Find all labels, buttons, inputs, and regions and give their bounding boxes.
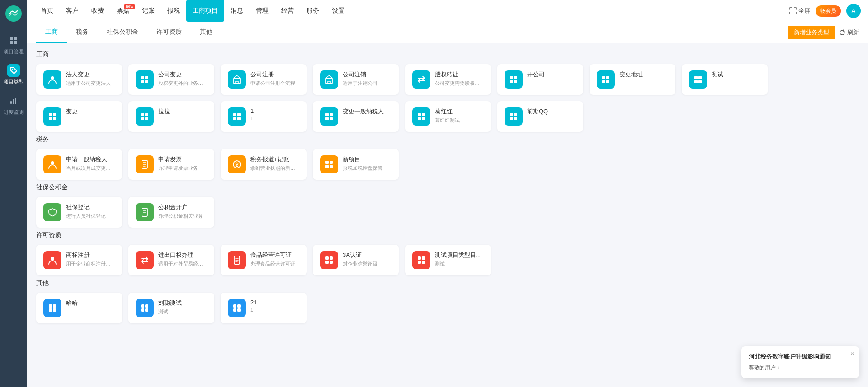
sidebar-item-project-manage[interactable]: 项目管理 — [0, 29, 27, 60]
section-title-other: 其他 — [36, 279, 859, 287]
card-import-export[interactable]: 进出口权办理 适用于对外贸易经营者 — [128, 245, 214, 275]
grid13-icon — [412, 251, 430, 269]
card-text: 葛红红 葛红红测试 — [435, 107, 484, 124]
notification-close-btn[interactable]: × — [850, 350, 854, 358]
card-test-project-type[interactable]: 测试项目类型目定义 测试 — [405, 245, 491, 275]
svg-rect-11 — [145, 76, 148, 79]
nav-bookkeeping[interactable]: 记账 — [136, 0, 161, 22]
grid6-icon — [136, 107, 154, 126]
vip-btn[interactable]: 畅会员 — [816, 5, 841, 17]
svg-rect-32 — [141, 113, 144, 116]
svg-rect-24 — [694, 76, 698, 79]
card-apply-taxpayer[interactable]: 申请一般纳税人 当月或次月成变更完成 — [36, 149, 122, 180]
nav-operation[interactable]: 经营 — [275, 0, 300, 22]
svg-rect-38 — [233, 117, 236, 120]
svg-point-60 — [51, 257, 54, 261]
nav-tax[interactable]: 报税 — [161, 0, 186, 22]
card-text: 公积金开户 办理公积金相关业务 — [158, 203, 207, 219]
card-text: 公司注销 适用于注销公司 — [343, 70, 392, 87]
avatar[interactable]: A — [846, 4, 861, 18]
nav-manage[interactable]: 管理 — [250, 0, 275, 22]
card-apply-invoice[interactable]: 申请发票 办理申请发票业务 — [128, 149, 214, 180]
card-trademark[interactable]: 商标注册 用于企业商标注册服务 — [36, 245, 122, 275]
card-text: 1 1 — [250, 107, 299, 121]
sidebar-item-project-type[interactable]: 项目类型 — [0, 60, 27, 90]
svg-rect-30 — [49, 117, 52, 120]
refresh-button[interactable]: 刷新 — [839, 28, 859, 37]
card-text: 新项目 报税加税控盘保管 — [343, 155, 392, 172]
card-1[interactable]: 1 1 — [221, 101, 307, 132]
nav-message[interactable]: 消息 — [224, 0, 250, 22]
svg-rect-68 — [418, 261, 421, 264]
sidebar-item-progress[interactable]: 进度监测 — [0, 90, 27, 120]
new-type-button[interactable]: 新增业务类型 — [788, 26, 835, 39]
card-food-license[interactable]: 食品经营许可证 办理食品经营许可证 — [221, 245, 307, 275]
tab-other[interactable]: 其他 — [191, 22, 222, 43]
tab-social[interactable]: 社保公积金 — [98, 22, 147, 43]
svg-rect-36 — [233, 113, 236, 116]
grid9-icon — [412, 107, 430, 126]
card-liucong-test[interactable]: 刘聪测试 测试 — [128, 293, 214, 323]
nav-customer[interactable]: 客户 — [60, 0, 85, 22]
card-fund-account[interactable]: 公积金开户 办理公积金相关业务 — [128, 197, 214, 228]
person-icon — [43, 70, 61, 89]
svg-rect-17 — [514, 76, 517, 79]
card-text: 申请一般纳税人 当月或次月成变更完成 — [66, 155, 115, 172]
nav-business-project[interactable]: 工商项目 — [186, 0, 224, 22]
svg-rect-2 — [14, 37, 17, 40]
svg-rect-43 — [330, 117, 333, 120]
card-haha[interactable]: 哈哈 — [36, 293, 122, 323]
tab-business[interactable]: 工商 — [36, 22, 67, 43]
refresh-icon — [839, 29, 845, 36]
nav-ticket[interactable]: 票据 new — [110, 0, 136, 22]
svg-rect-41 — [330, 113, 333, 116]
card-tax-report-book[interactable]: 税务报道+记账 拿到营业执照的新公司 — [221, 149, 307, 180]
shield-icon — [43, 203, 61, 221]
card-company-change[interactable]: 公司变更 股权变更外的业务变更 — [128, 64, 214, 95]
svg-rect-40 — [326, 113, 329, 116]
nav-home[interactable]: 首页 — [34, 0, 60, 22]
sidebar-logo — [5, 5, 23, 23]
topnav-right: 全屏 畅会员 A — [789, 4, 861, 18]
card-test[interactable]: 测试 — [682, 64, 768, 95]
svg-point-52 — [51, 161, 54, 165]
tab-tax[interactable]: 税务 — [67, 22, 98, 43]
card-equity-transfer[interactable]: 股权转让 公司变更需要股权转让 — [405, 64, 491, 95]
card-text: 变更 — [66, 107, 115, 117]
nav-service[interactable]: 服务 — [300, 0, 326, 22]
svg-rect-14 — [234, 78, 240, 84]
card-change-taxpayer[interactable]: 变更一般纳税人 — [313, 101, 399, 132]
card-new-project[interactable]: 新项目 报税加税控盘保管 — [313, 149, 399, 180]
card-21[interactable]: 21 1 — [221, 293, 307, 323]
card-text: 税务报道+记账 拿到营业执照的新公司 — [250, 155, 299, 172]
fullscreen-btn[interactable]: 全屏 — [789, 7, 810, 15]
tab-license[interactable]: 许可资质 — [147, 22, 191, 43]
svg-rect-67 — [422, 256, 425, 260]
grid2-icon — [505, 70, 523, 89]
card-qianqi[interactable]: 前期QQ — [497, 101, 583, 132]
card-text: 变更一般纳税人 — [343, 107, 392, 117]
nav-fee[interactable]: 收费 — [85, 0, 110, 22]
nav-settings[interactable]: 设置 — [326, 0, 351, 22]
card-social-register[interactable]: 社保登记 进行人员社保登记 — [36, 197, 122, 228]
card-company-cancel[interactable]: 公司注销 适用于注销公司 — [313, 64, 399, 95]
doc3-icon — [228, 251, 246, 269]
svg-rect-55 — [326, 161, 329, 164]
card-3a-cert[interactable]: 3A认证 对企业信誉评级 — [313, 245, 399, 275]
svg-rect-47 — [422, 117, 425, 120]
card-lala[interactable]: 拉拉 — [128, 101, 214, 132]
card-change2[interactable]: 变更 — [36, 101, 122, 132]
svg-rect-73 — [53, 308, 56, 312]
main-area: 首页 客户 收费 票据 new 记账 报税 工商项目 消息 管理 经营 服务 设… — [27, 0, 868, 387]
card-legal-change[interactable]: 法人变更 适用于公司变更法人 — [36, 64, 122, 95]
doc2-icon — [136, 203, 154, 221]
svg-rect-75 — [145, 304, 148, 308]
svg-rect-35 — [145, 117, 148, 120]
card-company-register[interactable]: 公司注册 申请公司注册全流程 — [221, 64, 307, 95]
svg-rect-71 — [53, 304, 56, 308]
card-change-address[interactable]: 变更地址 — [590, 64, 675, 95]
card-open-company[interactable]: 开公司 — [497, 64, 583, 95]
grid10-icon — [505, 107, 523, 126]
svg-rect-26 — [694, 80, 698, 83]
card-gehonghong[interactable]: 葛红红 葛红红测试 — [405, 101, 491, 132]
